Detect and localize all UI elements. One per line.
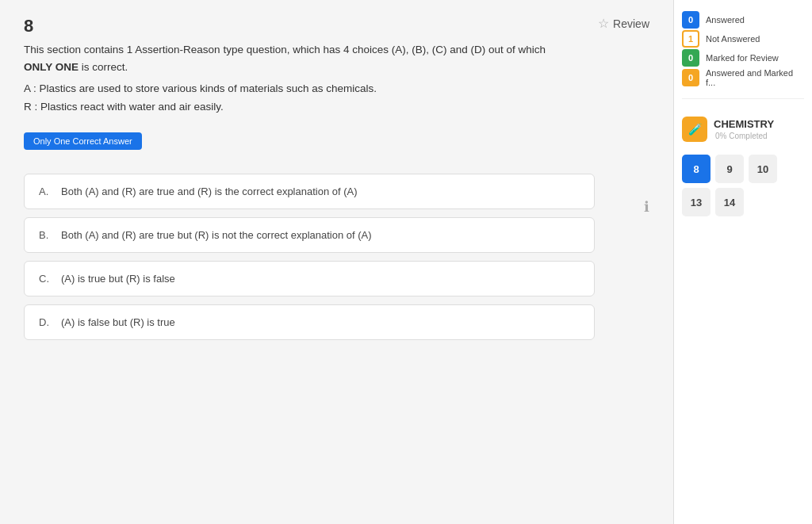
option-text: (A) is true but (R) is false: [61, 273, 175, 285]
main-content: 8 ☆ Review This section contains 1 Asser…: [0, 0, 673, 524]
legend-label: Answered and Marked f...: [706, 68, 804, 87]
divider-1: [682, 98, 804, 99]
option-item[interactable]: C.(A) is true but (R) is false: [24, 261, 595, 296]
question-number-btn[interactable]: 8: [682, 155, 710, 183]
question-number-btn[interactable]: 10: [749, 155, 777, 183]
legend-row: 1Not Answered: [682, 30, 804, 48]
sidebar: 0Answered1Not Answered0Marked for Review…: [673, 0, 812, 524]
subject-icon: 🧪: [682, 117, 707, 142]
question-number-btn[interactable]: 9: [715, 155, 744, 183]
legend-dot: 0: [682, 11, 699, 29]
answer-type-badge[interactable]: Only One Correct Answer: [24, 132, 142, 150]
review-button[interactable]: ☆ Review: [598, 16, 649, 31]
legend-row: 0Answered: [682, 11, 804, 29]
option-text: Both (A) and (R) are true and (R) is the…: [61, 186, 358, 197]
is-correct-text: is correct.: [79, 61, 128, 73]
subject-name: CHEMISTRY: [714, 118, 774, 130]
option-label: A.: [39, 186, 52, 197]
legend-row: 0Marked for Review: [682, 49, 804, 67]
option-label: C.: [39, 273, 52, 285]
subject-section: 🧪 CHEMISTRY 0% Completed: [682, 117, 804, 142]
question-number: 8: [24, 16, 649, 36]
completed-text: 0% Completed: [715, 132, 774, 140]
legend-row: 0Answered and Marked f...: [682, 68, 804, 87]
legend-dot: 0: [682, 49, 699, 67]
legend-section: 0Answered1Not Answered0Marked for Review…: [682, 11, 804, 89]
option-label: D.: [39, 316, 52, 328]
option-item[interactable]: D.(A) is false but (R) is true: [24, 304, 595, 340]
reason-text: R : Plastics react with water and air ea…: [24, 98, 649, 117]
legend-label: Answered: [706, 15, 745, 25]
question-number-btn[interactable]: 13: [682, 188, 710, 216]
question-desc-text: This section contains 1 Assertion-Reason…: [24, 44, 546, 55]
option-item[interactable]: B.Both (A) and (R) are true but (R) is n…: [24, 217, 595, 253]
legend-label: Not Answered: [706, 34, 760, 44]
subject-info: CHEMISTRY 0% Completed: [714, 118, 774, 140]
only-one-text: ONLY ONE: [24, 61, 79, 73]
options-list: A.Both (A) and (R) are true and (R) is t…: [24, 174, 649, 340]
assertion-text: A : Plastics are used to store various k…: [24, 80, 649, 98]
option-text: (A) is false but (R) is true: [61, 316, 175, 328]
option-text: Both (A) and (R) are true but (R) is not…: [61, 229, 372, 241]
star-icon: ☆: [598, 16, 609, 31]
review-label: Review: [613, 17, 649, 30]
legend-dot: 1: [682, 30, 699, 48]
question-description: This section contains 1 Assertion-Reason…: [24, 41, 649, 75]
question-grid: 89101314: [682, 155, 804, 216]
option-label: B.: [39, 229, 52, 241]
question-number-btn[interactable]: 14: [715, 188, 744, 216]
info-icon: ℹ: [644, 198, 649, 216]
assertion-block: A : Plastics are used to store various k…: [24, 80, 649, 117]
legend-label: Marked for Review: [706, 53, 779, 63]
option-item[interactable]: A.Both (A) and (R) are true and (R) is t…: [24, 174, 595, 209]
legend-dot: 0: [682, 69, 699, 86]
